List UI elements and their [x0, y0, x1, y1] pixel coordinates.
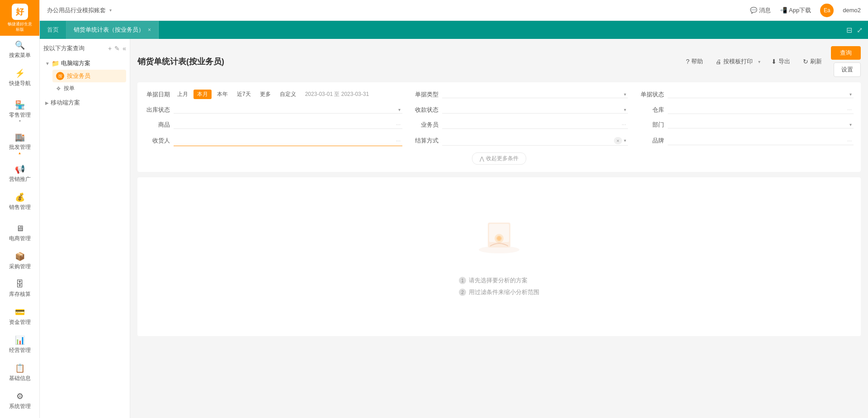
- sidebar-item-basics[interactable]: 📋 基础信息: [0, 359, 39, 387]
- finance-icon: 💳: [15, 307, 25, 317]
- panel-collapse-button[interactable]: «: [123, 45, 126, 52]
- brand-field: 品牌 ···: [639, 137, 854, 145]
- company-dropdown-arrow[interactable]: ▾: [109, 8, 112, 13]
- tree-leaf-salesperson[interactable]: 按 按业务员: [52, 70, 126, 82]
- out-status-label: 出库状态: [145, 106, 170, 114]
- brand-more-btn[interactable]: ···: [847, 138, 852, 144]
- message-icon: 💬: [750, 7, 757, 14]
- mobile-label: 移动端方案: [51, 99, 80, 107]
- sidebar-item-quicknav[interactable]: ⚡ 快捷导航: [0, 64, 39, 92]
- out-status-field: 出库状态 ▾: [145, 106, 402, 114]
- payment-status-select[interactable]: ▾: [442, 106, 628, 114]
- refresh-button[interactable]: ↻ 刷新: [799, 56, 826, 67]
- sidebar-item-retail-label: 零售管理: [9, 111, 31, 119]
- sidebar-item-purchase[interactable]: 📦 采购管理: [0, 247, 39, 275]
- sidebar-item-enterprise[interactable]: 🤝 企业协同: [0, 415, 39, 418]
- department-select[interactable]: ▾: [668, 121, 854, 128]
- salesperson-more-btn[interactable]: ···: [622, 121, 626, 128]
- out-status-select[interactable]: ▾: [174, 106, 402, 114]
- tab-home[interactable]: 首页: [40, 21, 66, 39]
- department-field: 部门 ▾: [639, 121, 854, 129]
- tab-bar: 首页 销货单统计表（按业务员） × ⊟ ⤢: [40, 21, 868, 39]
- settlement-label: 结算方式: [413, 137, 439, 145]
- print-button[interactable]: 🖨 按模板打印: [712, 56, 756, 67]
- panel-add-button[interactable]: +: [108, 45, 112, 52]
- refresh-icon: ↻: [803, 58, 808, 65]
- help-button[interactable]: ? 帮助: [682, 56, 707, 67]
- doc-type-label: 单据类型: [413, 90, 439, 99]
- date-tab-more[interactable]: 更多: [256, 90, 274, 99]
- doc-type-select[interactable]: ▾: [442, 91, 628, 98]
- payment-status-field: 收款状态 ▾: [413, 106, 628, 114]
- ecommerce-icon: 🖥: [16, 224, 24, 233]
- panel-edit-button[interactable]: ✎: [114, 45, 120, 52]
- consignee-more-btn[interactable]: ···: [396, 138, 401, 144]
- tab-sales-stat-close[interactable]: ×: [148, 27, 151, 33]
- empty-state: 1 请先选择要分析的方案 2 用过滤条件来缩小分析范围: [137, 177, 861, 336]
- settlement-select[interactable]: × ▾: [442, 136, 628, 146]
- hint-num-1: 1: [459, 277, 466, 284]
- sidebar-item-inventory[interactable]: 🗄 库存核算: [0, 275, 39, 303]
- sidebar-item-system[interactable]: ⚙ 系统管理: [0, 387, 39, 415]
- salesperson-field: 业务员 ···: [413, 120, 628, 129]
- date-tab-custom[interactable]: 自定义: [276, 90, 300, 99]
- empty-illustration: [472, 214, 526, 267]
- date-field: 单据日期 上月 本月 本年 近7天 更多 自定义 2023-03-01 至 20…: [145, 90, 402, 99]
- doc-status-select[interactable]: ▾: [668, 91, 854, 98]
- filter-card: 单据日期 上月 本月 本年 近7天 更多 自定义 2023-03-01 至 20…: [137, 82, 861, 172]
- sidebar-item-ecommerce[interactable]: 🖥 电商管理: [0, 219, 39, 247]
- sidebar-item-operations[interactable]: 📊 经营管理: [0, 331, 39, 359]
- tab-sales-stat[interactable]: 销货单统计表（按业务员） ×: [66, 21, 159, 39]
- sidebar-item-marketing[interactable]: 📢 营销推广: [0, 160, 39, 188]
- hint-num-2: 2: [459, 289, 466, 296]
- department-label: 部门: [639, 121, 664, 129]
- sidebar-item-retail[interactable]: 🏪 零售管理 ▾: [0, 95, 39, 128]
- refresh-label: 刷新: [810, 57, 822, 66]
- inventory-icon: 🗄: [16, 280, 24, 289]
- user-avatar[interactable]: Ea: [820, 4, 834, 17]
- sidebar-logo[interactable]: 好 畅捷通好生意 标版: [0, 0, 39, 36]
- consignee-input[interactable]: [175, 136, 396, 145]
- tree-desktop-toggle[interactable]: ▼ 📁 电脑端方案: [43, 57, 126, 70]
- settlement-tag-close[interactable]: ×: [617, 138, 619, 143]
- hint-item-1: 1 请先选择要分析的方案: [459, 276, 539, 285]
- export-button[interactable]: ⬇ 导出: [768, 56, 794, 67]
- print-label: 按模板打印: [723, 57, 753, 66]
- tab-spacer: [159, 21, 841, 39]
- collapse-bar: ⋀ 收起更多条件: [145, 152, 854, 165]
- collapse-button[interactable]: ⋀ 收起更多条件: [472, 152, 526, 165]
- tab-minimize-button[interactable]: ⊟: [846, 26, 852, 34]
- date-tab-prev-month[interactable]: 上月: [174, 90, 192, 99]
- top-header-left: 办公用品行业模拟账套 ▾: [47, 6, 112, 14]
- filter-row-2: 出库状态 ▾ 收款状态 ▾: [145, 105, 854, 114]
- settings-button[interactable]: 设置: [834, 62, 861, 77]
- tab-expand-button[interactable]: ⤢: [857, 26, 863, 34]
- date-tab-7days[interactable]: 近7天: [233, 90, 255, 99]
- doc-sub-label: 按单: [64, 85, 75, 92]
- sidebar-item-inventory-label: 库存核算: [9, 290, 31, 298]
- doc-status-arrow: ▾: [849, 92, 852, 97]
- warehouse-more-btn[interactable]: ···: [847, 106, 852, 113]
- salesperson-leaf-icon: 按: [56, 72, 64, 80]
- sidebar-item-search[interactable]: 🔍 搜索菜单: [0, 36, 39, 64]
- logo-text: 畅捷通好生意 标版: [8, 22, 32, 32]
- sidebar-item-finance[interactable]: 💳 资金管理: [0, 303, 39, 331]
- print-dropdown-arrow[interactable]: ▾: [756, 57, 762, 66]
- query-button[interactable]: 查询: [831, 46, 861, 60]
- sidebar-item-sales[interactable]: 💰 销售管理: [0, 188, 39, 216]
- date-tab-this-year[interactable]: 本年: [213, 90, 231, 99]
- warehouse-label: 仓库: [639, 106, 664, 114]
- tree-mobile-parent[interactable]: ▶ 移动端方案: [43, 96, 126, 109]
- sidebar-item-finance-label: 资金管理: [9, 318, 31, 326]
- goods-more-btn[interactable]: ···: [396, 121, 401, 128]
- date-tab-this-month[interactable]: 本月: [193, 90, 212, 99]
- filter-row-4: 收货人 ··· 结算方式 ×: [145, 135, 854, 146]
- sidebar-item-wholesale[interactable]: 🏬 批发管理 ▲: [0, 128, 39, 160]
- warehouse-input-wrap: ···: [668, 105, 854, 114]
- app-download-button[interactable]: 📲 App下载: [780, 6, 811, 14]
- current-company-label: 办公用品行业模拟账套: [47, 6, 106, 14]
- message-button[interactable]: 💬 消息: [750, 6, 771, 14]
- tree-sub-leaf-doc[interactable]: ❖ 按单: [52, 82, 126, 95]
- settlement-arrow: ▾: [624, 138, 626, 143]
- salesperson-leaf-label: 按业务员: [67, 72, 90, 80]
